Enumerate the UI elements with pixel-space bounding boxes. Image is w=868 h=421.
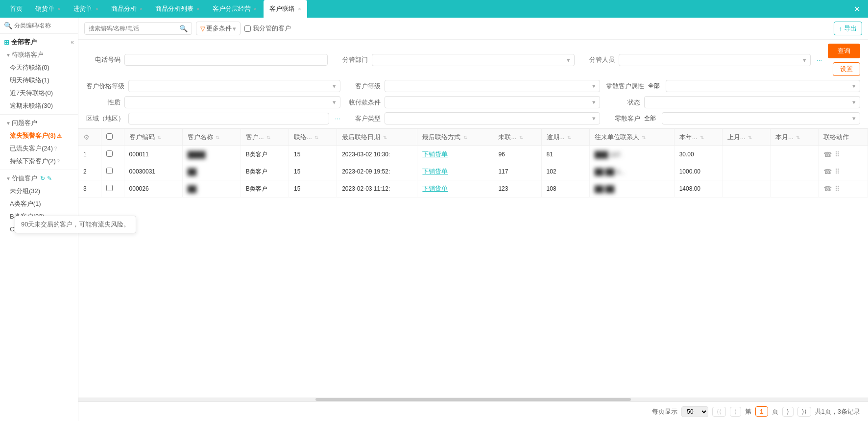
row-contact-person: ███ 107. <box>589 146 674 163</box>
this-month-sort-icon[interactable]: ⇅ <box>796 135 800 140</box>
sidebar-collapse-icon[interactable]: « <box>71 39 74 46</box>
row-type: B类客户 <box>241 180 289 198</box>
sidebar-item-7day-contact[interactable]: 近7天待联络(0) <box>0 87 78 99</box>
nav-customer-contact-close[interactable]: × <box>298 6 301 12</box>
nav-analysis-list-close[interactable]: × <box>196 6 199 12</box>
sidebar-item-churn-warning[interactable]: 流失预警客户(3) ⚠ <box>0 129 78 142</box>
row-name: ██ <box>182 163 241 180</box>
export-icon: ↑ <box>839 25 843 32</box>
horizontal-scrollbar[interactable] <box>78 397 868 401</box>
row-contact-count: 15 <box>289 180 337 198</box>
nav-customer-layered-close[interactable]: × <box>254 6 257 12</box>
sidebar-group-value[interactable]: ▼ 价值客户 ↻ ✎ <box>0 172 78 185</box>
customer-level-select[interactable]: ▾ <box>385 80 601 92</box>
last-method-link[interactable]: 下销货单 <box>422 150 448 158</box>
sidebar-item-overdue-contact[interactable]: 逾期未联络(30) <box>0 99 78 112</box>
last-method-link[interactable]: 下销货单 <box>422 168 448 175</box>
code-sort-icon[interactable]: ⇅ <box>157 135 161 140</box>
filter-region: 区域（地区） ··· <box>86 113 340 124</box>
sidebar-group-problem[interactable]: ▼ 问题客户 <box>0 117 78 129</box>
price-level-select[interactable]: ▾ <box>128 80 340 92</box>
status-select[interactable]: ▾ <box>644 96 860 108</box>
nav-analysis[interactable]: 商品分析 × <box>105 0 148 18</box>
row-last-date: 2023-02-03 11:12: <box>337 180 417 198</box>
nav-purchase[interactable]: 进货单 × <box>67 0 104 18</box>
refresh-icon[interactable]: ↻ <box>40 175 45 182</box>
contact-action-icon[interactable]: ☎ <box>823 168 832 175</box>
nav-analysis-list[interactable]: 商品分析列表 × <box>149 0 205 18</box>
last-page-button[interactable]: ⟩⟩ <box>797 407 811 417</box>
customer-type-select[interactable]: ▾ <box>385 112 601 124</box>
more-action-icon[interactable]: ⠿ <box>835 168 840 175</box>
my-customer-checkbox[interactable] <box>244 25 251 32</box>
nav-home[interactable]: 首页 <box>4 0 28 18</box>
last-method-link[interactable]: 下销货单 <box>422 185 448 192</box>
scrollbar-thumb[interactable] <box>315 398 631 401</box>
nav-sales-close[interactable]: × <box>57 6 60 12</box>
next-page-button[interactable]: ⟩ <box>782 407 794 417</box>
sidebar-item-tomorrow-contact[interactable]: 明天待联络(1) <box>0 74 78 87</box>
row-uncontacted: 117 <box>493 163 541 180</box>
contact-action-icon[interactable]: ☎ <box>823 185 832 193</box>
sidebar-item-today-contact[interactable]: 今天待联络(0) <box>0 61 78 74</box>
more-action-icon[interactable]: ⠿ <box>835 185 840 193</box>
contact-person-sort-icon[interactable]: ⇅ <box>642 135 646 140</box>
sidebar-search-input[interactable] <box>14 22 78 29</box>
settings-gear-icon[interactable]: ⚙ <box>83 133 90 141</box>
nav-customer-layered[interactable]: 客户分层经营 × <box>207 0 263 18</box>
person-more-icon[interactable]: ··· <box>817 56 822 64</box>
arrow-down-icon3: ▼ <box>6 176 11 181</box>
sidebar-group-pending[interactable]: ▼ 待联络客户 <box>0 49 78 61</box>
edit-icon[interactable]: ✎ <box>47 175 52 182</box>
row-checkbox[interactable] <box>106 185 113 191</box>
nav-purchase-close[interactable]: × <box>95 6 98 12</box>
dept-select[interactable]: ▾ <box>372 54 575 66</box>
year-amount-sort-icon[interactable]: ⇅ <box>700 135 704 140</box>
row-checkbox[interactable] <box>106 168 113 174</box>
row-checkbox-cell <box>101 146 124 163</box>
settings-button[interactable]: 设置 <box>833 62 860 76</box>
more-action-icon[interactable]: ⠿ <box>835 150 840 158</box>
prev-page-button[interactable]: ⟨ <box>730 407 741 417</box>
last-date-sort-icon[interactable]: ⇅ <box>383 135 387 140</box>
sidebar-item-churned[interactable]: 已流失客户(24) ? <box>0 142 78 155</box>
overdue-sort-icon[interactable]: ⇅ <box>567 135 571 140</box>
name-sort-icon[interactable]: ⇅ <box>216 135 219 140</box>
retail-customer-select[interactable]: ▾ <box>662 112 860 124</box>
window-close-button[interactable]: ✕ <box>850 4 864 14</box>
region-input[interactable] <box>128 113 329 124</box>
nav-customer-contact[interactable]: 客户联络 × <box>264 0 307 18</box>
nav-sales[interactable]: 销货单 × <box>29 0 66 18</box>
row-checkbox[interactable] <box>106 150 113 157</box>
sidebar-item-ungrouped[interactable]: 未分组(32) <box>0 185 78 198</box>
last-month-sort-icon[interactable]: ⇅ <box>748 135 752 140</box>
sidebar-item-class-a[interactable]: A类客户(1) <box>0 198 78 210</box>
payment-select[interactable]: ▾ <box>385 96 601 108</box>
row-name: ████ <box>182 146 241 163</box>
nature-select[interactable]: ▾ <box>124 96 340 108</box>
contact-count-sort-icon[interactable]: ⇅ <box>314 135 318 140</box>
type-sort-icon[interactable]: ⇅ <box>266 135 270 140</box>
my-customer-label: 我分管的客户 <box>253 24 291 33</box>
retail-attr-select[interactable]: ▾ <box>666 80 860 92</box>
first-page-button[interactable]: ⟨⟨ <box>712 407 726 417</box>
uncontacted-sort-icon[interactable]: ⇅ <box>519 135 523 140</box>
nav-analysis-close[interactable]: × <box>140 6 143 12</box>
chevron-down-icon: ▾ <box>233 25 236 32</box>
query-button[interactable]: 查询 <box>828 44 860 58</box>
per-page-select[interactable]: 50 100 200 <box>681 406 708 417</box>
row-type: B类客户 <box>241 146 289 163</box>
phone-input[interactable] <box>124 54 328 66</box>
contact-action-icon[interactable]: ☎ <box>823 150 832 158</box>
last-method-sort-icon[interactable]: ⇅ <box>463 135 467 140</box>
more-conditions-button[interactable]: ▽ 更多条件 ▾ <box>196 22 241 35</box>
region-dots-icon[interactable]: ··· <box>335 115 340 122</box>
select-all-checkbox[interactable] <box>106 133 113 140</box>
sidebar-all-customers[interactable]: ⊞ 全部客户 « <box>0 34 78 49</box>
person-select[interactable]: ▾ <box>619 54 811 66</box>
search-input[interactable] <box>89 25 177 32</box>
sidebar-item-declining[interactable]: 持续下滑客户(2) ? <box>0 155 78 168</box>
export-button[interactable]: ↑ 导出 <box>834 22 863 35</box>
search-icon[interactable]: 🔍 <box>179 25 188 32</box>
row-year-amount: 1408.00 <box>674 180 722 198</box>
